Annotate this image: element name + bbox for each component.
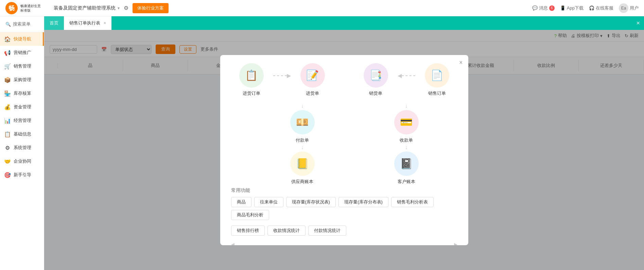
sidebar-item-marketing[interactable]: 📢 营销推广	[0, 46, 44, 59]
app-download-button[interactable]: 📱 App下载	[560, 5, 584, 11]
scroll-left-button[interactable]: ◀	[231, 242, 234, 245]
settings-icon[interactable]: ⚙	[124, 5, 128, 11]
sidebar-item-newbie[interactable]: 🎯 新手引导	[0, 168, 44, 182]
customer-ledger-col: ↓ 📓 客户账本	[376, 143, 437, 185]
trial-button[interactable]: 体验行业方案	[133, 3, 169, 13]
common-func-section: 常用功能 商品往来单位现存量(库存状况表)现存量(库存分布表)销售毛利分析表商品…	[231, 187, 457, 238]
marketing-icon: 📢	[4, 49, 11, 56]
flow-item-sales-order: 📄 销售订单	[417, 63, 457, 96]
logo-text: 畅康通好生意 标准版	[20, 4, 41, 13]
app-download-label: App下载	[567, 5, 584, 11]
modal-close-button[interactable]: ×	[459, 59, 463, 66]
func-btn-3[interactable]: 现存量(库存分布表)	[338, 197, 388, 207]
customer-ledger-icon: 📓	[400, 158, 413, 169]
content-area: 首页 销售订单执行表 × × ? 帮助	[44, 16, 644, 270]
sales-order-circle[interactable]: 📄	[425, 63, 449, 88]
spacer-2	[333, 102, 376, 143]
system-title-text: 装备及固定资产辅助管理系统	[54, 5, 116, 11]
sidebar-item-label: 企业协同	[14, 158, 31, 164]
sales-bill-label: 销货单	[369, 90, 382, 96]
tab-close-icon[interactable]: ×	[104, 21, 106, 25]
search-menu-button[interactable]: 🔍 搜索菜单	[3, 20, 41, 29]
customer-ledger-label: 客户账本	[398, 179, 415, 185]
sidebar-item-enterprise[interactable]: 🤝 企业协同	[0, 155, 44, 168]
receipt-circle[interactable]: 💳	[394, 110, 419, 134]
sidebar-item-system[interactable]: ⚙ 系统管理	[0, 141, 44, 155]
sidebar-item-label: 系统管理	[14, 145, 31, 151]
dashed-line-2	[402, 75, 415, 76]
main-area: 🔍 搜索菜单 🏠 快捷导航 📢 营销推广 🛒 销售管理 📦 采购管理	[0, 16, 644, 270]
top-right: 💬 消息 6 📱 App下载 🎧 在线客服 Ea 用户	[532, 3, 639, 13]
tab-sales-order[interactable]: 销售订单执行表 ×	[64, 16, 111, 30]
receipt-icon: 💳	[400, 116, 413, 128]
purchase-icon: 📦	[4, 76, 11, 83]
scroll-right-button[interactable]: ▶	[454, 242, 457, 245]
func-btn-4[interactable]: 销售毛利分析表	[391, 197, 434, 207]
online-service-label: 在线客服	[596, 5, 613, 11]
supplier-ledger-col: ↓ 📒 供应商账本	[272, 143, 333, 185]
flow-section: 📋 进货订单 ▶	[231, 63, 457, 185]
arrow-head-1: ▶	[287, 72, 291, 79]
sidebar-item-label: 经营管理	[14, 118, 31, 124]
search-menu-label: 搜索菜单	[13, 21, 31, 27]
supplier-ledger-label: 供应商账本	[291, 179, 313, 185]
purchase-order-label: 进货订单	[243, 90, 260, 96]
arrow-down-receipt: ↓	[405, 102, 408, 110]
sidebar-item-label: 营销推广	[14, 50, 31, 56]
receipt-col: ↓ 💳 收款单	[376, 102, 437, 143]
modal-overlay[interactable]: × 📋 进货订单	[44, 30, 644, 270]
supplier-ledger-circle[interactable]: 📒	[290, 151, 315, 176]
user-name: 用户	[630, 5, 639, 11]
payment-icon: 💴	[296, 116, 309, 128]
tab-home[interactable]: 首页	[44, 16, 64, 30]
func-btn-0[interactable]: 商品	[231, 197, 251, 207]
func-btn-2[interactable]: 现存量(库存状况表)	[286, 197, 336, 207]
sidebar-item-label: 库存核算	[14, 90, 31, 96]
func-btn-5[interactable]: 商品毛利分析	[231, 210, 269, 220]
sidebar-item-inventory[interactable]: 🏪 库存核算	[0, 87, 44, 100]
func-btn-7[interactable]: 收款情况统计	[267, 226, 306, 236]
flow-row-2-wrapper: ↓ 💴 付款单	[231, 102, 457, 143]
flow-item-sales-bill: 📑 销货单	[355, 63, 396, 96]
flow-item-payment: 💴 付款单	[282, 110, 323, 143]
sidebar-item-sales[interactable]: 🛒 销售管理	[0, 59, 44, 73]
purchase-order-circle[interactable]: 📋	[239, 63, 264, 88]
message-badge: 6	[549, 5, 555, 11]
user-menu[interactable]: Ea 用户	[619, 3, 639, 13]
sales-bill-icon: 📑	[369, 69, 382, 81]
tab-bar: 首页 销售订单执行表 × ×	[44, 16, 644, 30]
flow-item-supplier-ledger: 📒 供应商账本	[282, 151, 323, 185]
payment-label: 付款单	[296, 137, 309, 143]
sidebar-item-finance[interactable]: 💰 资金管理	[0, 100, 44, 114]
func-btn-8[interactable]: 付款情况统计	[308, 226, 346, 236]
system-icon: ⚙	[4, 144, 11, 151]
dropdown-arrow-icon[interactable]: ▾	[118, 6, 120, 11]
dashed-line-1	[273, 75, 287, 76]
func-btn-1[interactable]: 往来单位	[254, 197, 283, 207]
close-window-button[interactable]: ×	[636, 20, 644, 27]
avatar-text: Ea	[621, 6, 626, 11]
purchase-bill-icon: 📝	[306, 69, 319, 81]
top-bar: 畅 畅康通好生意 标准版 装备及固定资产辅助管理系统 ▾ ⚙ 体验行业方案 💬 …	[0, 0, 644, 16]
sidebar-item-purchase[interactable]: 📦 采购管理	[0, 73, 44, 87]
sidebar-item-basic-info[interactable]: 📋 基础信息	[0, 127, 44, 141]
customer-ledger-circle[interactable]: 📓	[394, 151, 419, 176]
message-button[interactable]: 💬 消息 6	[532, 5, 555, 11]
func-btn-6[interactable]: 销售排行榜	[231, 226, 265, 236]
sales-bill-circle[interactable]: 📑	[364, 63, 388, 88]
modal-scrollbar-row: ◀ ▶	[231, 241, 457, 245]
sidebar-item-label: 新手引导	[14, 172, 31, 178]
sidebar-item-quick-nav[interactable]: 🏠 快捷导航	[0, 32, 44, 46]
online-service-button[interactable]: 🎧 在线客服	[589, 5, 613, 11]
receipt-label: 收款单	[400, 137, 413, 143]
sidebar-search: 🔍 搜索菜单	[0, 16, 44, 32]
sidebar-item-operations[interactable]: 📊 经营管理	[0, 114, 44, 127]
flow-item-customer-ledger: 📓 客户账本	[386, 151, 427, 185]
tab-home-label: 首页	[50, 20, 58, 26]
arrow-down-customer: ↓	[405, 143, 408, 151]
purchase-bill-circle[interactable]: 📝	[300, 63, 325, 88]
flow-item-purchase-order: 📋 进货订单	[231, 63, 272, 96]
logo-area: 畅 畅康通好生意 标准版	[5, 2, 50, 14]
search-icon: 🔍	[5, 22, 11, 27]
payment-circle[interactable]: 💴	[290, 110, 315, 134]
